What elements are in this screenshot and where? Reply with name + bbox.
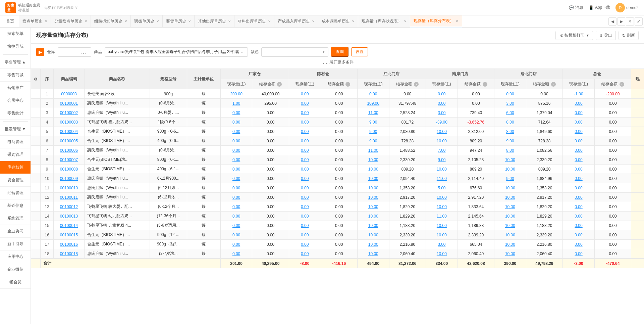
filter-toggle-btn[interactable]: ▶ bbox=[36, 48, 44, 56]
row-amt: 2,060.40 bbox=[389, 249, 426, 259]
row-amt: 1,884.96 bbox=[526, 174, 562, 183]
sidebar-item-marketing[interactable]: 营销推广 bbox=[0, 82, 31, 94]
row-qty: 10.00 bbox=[357, 174, 389, 183]
tab-zuzhezhaicheng[interactable]: 组装拆卸单历史 ✕ bbox=[91, 15, 131, 28]
close-icon[interactable]: ✕ bbox=[124, 19, 127, 23]
sidebar-item-finance[interactable]: 资金管理 bbox=[0, 174, 31, 187]
chevron-down-icon: ⌄⌄ bbox=[322, 60, 328, 65]
row-unit: 罐 bbox=[187, 249, 220, 259]
product-input[interactable]: babycare孕妇待产包 春季入院全套母子组合孕妇产后冬季月子用品 22件套 … bbox=[105, 47, 248, 57]
gear-icon[interactable]: ⚙ bbox=[34, 77, 38, 82]
row-qty: 0.00 bbox=[289, 249, 321, 259]
close-icon[interactable]: ✕ bbox=[312, 19, 315, 23]
refresh-btn[interactable]: ↻ 刷新 bbox=[619, 31, 639, 40]
print-btn[interactable]: 🖨 按模板打印 ▼ bbox=[555, 31, 593, 40]
row-no: 1 bbox=[41, 89, 54, 99]
row-amt: 0.00 bbox=[252, 108, 289, 118]
info-icon[interactable]: i bbox=[414, 82, 419, 87]
tab-maximize-btn[interactable]: ⤢ bbox=[635, 17, 643, 26]
row-amt: 2,528.24 bbox=[389, 108, 426, 118]
query-btn[interactable]: 查询 bbox=[331, 47, 348, 57]
info-icon[interactable]: i bbox=[345, 82, 350, 87]
close-icon[interactable]: ✕ bbox=[156, 19, 159, 23]
row-unit: 罐 bbox=[187, 118, 220, 127]
footer-amt: -416.16 bbox=[321, 259, 357, 268]
tab-yaohuo[interactable]: 要货单历史 ✕ bbox=[163, 15, 195, 28]
sidebar-item-search[interactable]: 搜索英单 bbox=[0, 28, 31, 40]
row-total-qty: 0.00 bbox=[563, 193, 595, 202]
info-icon[interactable]: i bbox=[277, 82, 282, 87]
sidebar-item-apps[interactable]: 应用中心 bbox=[0, 250, 31, 263]
sidebar-item-collab[interactable]: 企业协同 bbox=[0, 225, 31, 238]
tab-pandian[interactable]: 盘点单历史 ✕ bbox=[19, 15, 51, 28]
close-icon[interactable]: ✕ bbox=[352, 19, 355, 23]
row-current bbox=[631, 249, 644, 259]
tab-close-btn[interactable]: ✕ bbox=[626, 17, 634, 26]
row-amt: 2,339.20 bbox=[526, 155, 562, 165]
row-no: 12 bbox=[41, 193, 54, 202]
tab-next-btn[interactable]: ▶ bbox=[617, 17, 625, 26]
close-icon[interactable]: ✕ bbox=[45, 19, 47, 23]
tab-xiancun-dist[interactable]: 现存量（库存分布表） ✕ bbox=[410, 15, 462, 28]
sidebar-item-system[interactable]: 系统管理 bbox=[0, 212, 31, 225]
export-btn[interactable]: ⬇ 导出 bbox=[596, 31, 616, 40]
sidebar-item-nav[interactable]: 快捷导航 bbox=[0, 40, 31, 53]
row-qty: 11.00 bbox=[357, 108, 389, 118]
warehouse-label: 仓库 bbox=[47, 49, 55, 55]
settings-btn[interactable]: 设置 bbox=[351, 47, 368, 56]
sidebar-item-ecommerce[interactable]: 电商管理 bbox=[0, 136, 31, 148]
tab-cailiao[interactable]: 材料出库单历史 ✕ bbox=[234, 15, 274, 28]
row-unit: 罐 bbox=[187, 202, 220, 212]
info-icon[interactable]: i bbox=[620, 82, 624, 87]
tab-fenpandian[interactable]: 分量盘点单历史 ✕ bbox=[51, 15, 91, 28]
user-menu[interactable]: D demo2 bbox=[615, 3, 639, 12]
messages-btn[interactable]: 💬 消息 bbox=[569, 5, 583, 10]
row-amt: 40,000.00 bbox=[252, 89, 289, 99]
sidebar-item-inventory[interactable]: 库存核算 bbox=[0, 161, 31, 174]
row-total-amt: 0.00 bbox=[594, 174, 631, 183]
warehouse-dots-icon[interactable]: … bbox=[81, 49, 86, 55]
close-icon[interactable]: ✕ bbox=[456, 19, 459, 23]
tab-chenben[interactable]: 成本调整单历史 ✕ bbox=[318, 15, 358, 28]
close-icon[interactable]: ✕ bbox=[228, 19, 231, 23]
close-icon[interactable]: ✕ bbox=[268, 19, 271, 23]
tab-chancheng[interactable]: 产成品入库单历史 ✕ bbox=[274, 15, 318, 28]
row-amt: 0.00 bbox=[252, 230, 289, 240]
warehouse-input-field[interactable] bbox=[61, 50, 81, 54]
sidebar-item-retailshop[interactable]: 零售商城 bbox=[0, 69, 31, 82]
sidebar-item-operations[interactable]: 经营管理 bbox=[0, 187, 31, 199]
tab-prev-btn[interactable]: ◀ bbox=[608, 17, 616, 26]
row-gear bbox=[31, 240, 41, 249]
tab-xiancun-status[interactable]: 现存量（库存状况表） ✕ bbox=[358, 15, 410, 28]
sidebar-item-retailstats[interactable]: 零售统计 bbox=[0, 107, 31, 120]
info-icon[interactable]: i bbox=[483, 82, 487, 87]
row-name: 合生元（BIOSTIME）... bbox=[84, 127, 150, 136]
sidebar-item-wechat[interactable]: 企业微信 bbox=[0, 263, 31, 276]
sidebar-item-changhui[interactable]: 畅会员 bbox=[0, 276, 31, 289]
info-icon[interactable]: i bbox=[551, 82, 556, 87]
sidebar-item-basics[interactable]: 基础信息 bbox=[0, 199, 31, 212]
app-download-btn[interactable]: 📱 App下载 bbox=[589, 5, 610, 10]
sidebar-item-purchase[interactable]: 采购管理 bbox=[0, 148, 31, 161]
close-icon[interactable]: ✕ bbox=[188, 19, 191, 23]
row-name: 惠氏启赋（Wyeth illu... bbox=[84, 108, 150, 118]
row-qty: 0.00 bbox=[289, 202, 321, 212]
row-amt: 728.28 bbox=[389, 136, 426, 146]
row-name: 惠氏启赋（Wyeth illu... bbox=[84, 193, 150, 202]
close-icon[interactable]: ✕ bbox=[404, 19, 407, 23]
row-amt: 2,917.20 bbox=[458, 193, 494, 202]
color-input[interactable]: ▼ bbox=[261, 47, 328, 57]
sidebar-item-guide[interactable]: 新手引导 bbox=[0, 238, 31, 250]
tab-diaobo[interactable]: 调拨单历史 ✕ bbox=[131, 15, 163, 28]
close-icon[interactable]: ✕ bbox=[85, 19, 87, 23]
sidebar-item-retail[interactable]: 零售管理 ▲ bbox=[0, 56, 31, 69]
warehouse-input[interactable]: … bbox=[58, 47, 91, 57]
sidebar-item-member[interactable]: 会员中心 bbox=[0, 94, 31, 107]
expand-conditions-btn[interactable]: ⌄⌄ 展开更多条件 bbox=[319, 59, 356, 65]
tab-qitachu[interactable]: 其他出库单历史 ✕ bbox=[195, 15, 234, 28]
top-bar: 好生意 畅捷通好生意 标准版 母婴行业演示陈套 ∨ 💬 消息 📱 App下载 D… bbox=[0, 0, 644, 15]
row-amt: 2,080.80 bbox=[389, 127, 426, 136]
tab-home[interactable]: 首页 bbox=[1, 15, 19, 28]
sidebar-item-wholesale[interactable]: 批发管理 ▼ bbox=[0, 123, 31, 136]
row-unit: 罐 bbox=[187, 146, 220, 155]
